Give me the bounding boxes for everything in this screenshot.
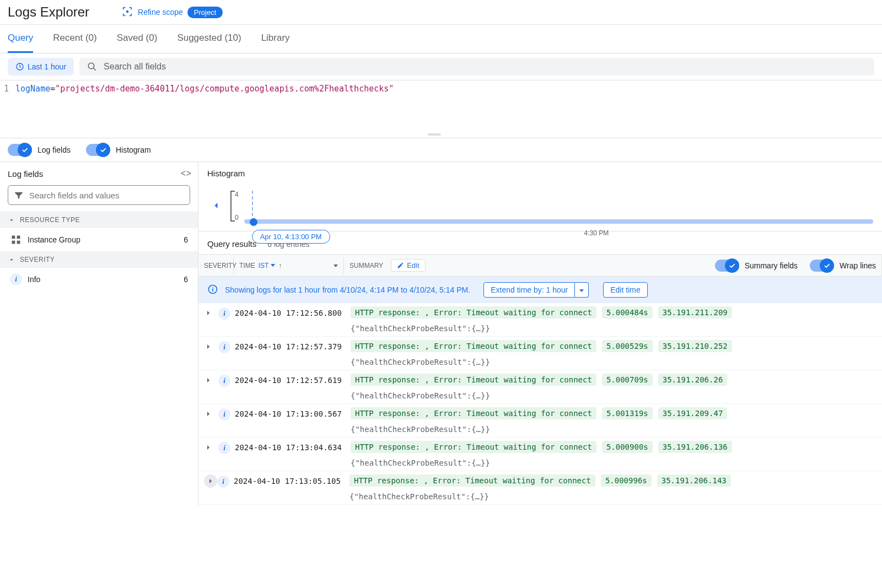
time-range-button[interactable]: Last 1 hour bbox=[8, 58, 74, 75]
field-info[interactable]: i Info 6 bbox=[0, 268, 198, 291]
chip-latency[interactable]: 5.000709s bbox=[602, 374, 653, 386]
extend-time-dropdown[interactable] bbox=[575, 282, 589, 298]
info-icon: i bbox=[217, 476, 229, 488]
expand-row-button[interactable] bbox=[204, 374, 218, 400]
query-editor[interactable]: 1 logName="projects/dm-demo-364011/logs/… bbox=[0, 80, 882, 138]
wrap-lines-toggle[interactable] bbox=[810, 260, 834, 272]
chip-ip[interactable]: 35.191.209.47 bbox=[658, 407, 728, 419]
query-results-title: Query results bbox=[207, 239, 256, 249]
histogram-label: Histogram bbox=[116, 145, 151, 154]
histogram-range-bar[interactable] bbox=[244, 219, 873, 224]
search-placeholder: Search all fields bbox=[104, 62, 166, 72]
chip-ip[interactable]: 35.191.210.252 bbox=[658, 340, 732, 352]
row-severity: i bbox=[218, 306, 235, 333]
row-timestamp: 2024-04-10 17:13:05.105 bbox=[234, 474, 349, 501]
log-row[interactable]: i 2024-04-10 17:13:00.567 HTTP response:… bbox=[198, 404, 882, 438]
histogram-time-bubble: Apr 10, 4:13:00 PM bbox=[252, 230, 330, 244]
histogram-handle[interactable] bbox=[250, 218, 257, 226]
edit-time-button[interactable]: Edit time bbox=[603, 282, 647, 298]
edit-summary-button[interactable]: Edit bbox=[391, 259, 425, 272]
view-toggles: Log fields Histogram bbox=[0, 138, 882, 162]
row-severity: i bbox=[217, 474, 234, 501]
sidebar-title: Log fields bbox=[8, 169, 43, 179]
expand-row-button[interactable] bbox=[204, 340, 218, 366]
resize-handle[interactable] bbox=[428, 133, 441, 136]
tab-suggested[interactable]: Suggested (10) bbox=[177, 25, 241, 53]
tab-library[interactable]: Library bbox=[261, 25, 290, 53]
field-count: 6 bbox=[184, 235, 188, 244]
chip-message[interactable]: HTTP response: , Error: Timeout waiting … bbox=[351, 441, 596, 453]
log-row[interactable]: i 2024-04-10 17:13:04.634 HTTP response:… bbox=[198, 438, 882, 471]
line-number: 1 bbox=[0, 84, 15, 94]
histogram-prev-button[interactable] bbox=[207, 197, 225, 216]
log-row[interactable]: i 2024-04-10 17:13:05.105 HTTP response:… bbox=[198, 471, 882, 505]
info-icon: i bbox=[218, 408, 230, 420]
chip-latency[interactable]: 5.000529s bbox=[602, 340, 653, 352]
query-text: logName="projects/dm-demo-364011/logs/co… bbox=[15, 84, 394, 94]
chip-message[interactable]: HTTP response: , Error: Timeout waiting … bbox=[351, 340, 596, 352]
chip-ip[interactable]: 35.191.211.209 bbox=[658, 306, 732, 319]
tabs: Query Recent (0) Saved (0) Suggested (10… bbox=[0, 25, 882, 53]
chip-ip[interactable]: 35.191.206.143 bbox=[657, 474, 731, 487]
page-title: Logs Explorer bbox=[8, 4, 89, 20]
chip-latency[interactable]: 5.000484s bbox=[602, 306, 653, 319]
search-all-fields[interactable]: Search all fields bbox=[79, 58, 874, 75]
chip-latency[interactable]: 5.001319s bbox=[602, 407, 653, 419]
extend-time-button[interactable]: Extend time by: 1 hour bbox=[483, 282, 575, 298]
row-summary: HTTP response: , Error: Timeout waiting … bbox=[349, 474, 876, 501]
log-row[interactable]: i 2024-04-10 17:12:56.800 HTTP response:… bbox=[198, 303, 882, 337]
instance-group-icon bbox=[10, 234, 22, 246]
chip-ip[interactable]: 35.191.206.26 bbox=[658, 374, 728, 386]
refine-scope-button[interactable]: Refine scope Project bbox=[121, 6, 223, 19]
field-count: 6 bbox=[184, 275, 188, 284]
field-instance-group[interactable]: Instance Group 6 bbox=[0, 228, 198, 251]
log-row[interactable]: i 2024-04-10 17:12:57.379 HTTP response:… bbox=[198, 337, 882, 370]
expand-row-button[interactable] bbox=[204, 407, 218, 434]
sidebar-search-input[interactable] bbox=[29, 191, 184, 200]
severity-section[interactable]: SEVERITY bbox=[0, 251, 198, 268]
chip-message[interactable]: HTTP response: , Error: Timeout waiting … bbox=[351, 306, 596, 319]
row-severity: i bbox=[218, 340, 235, 366]
resource-type-section[interactable]: RESOURCE TYPE bbox=[0, 212, 198, 228]
tab-recent[interactable]: Recent (0) bbox=[53, 25, 96, 53]
expand-row-button[interactable] bbox=[204, 306, 218, 333]
sort-ascending-button[interactable]: ↑ bbox=[278, 262, 282, 269]
histogram-toggle[interactable] bbox=[86, 144, 110, 156]
expand-row-button[interactable] bbox=[204, 474, 217, 488]
sidebar-collapse-button[interactable]: < > bbox=[181, 169, 190, 179]
chip-message[interactable]: HTTP response: , Error: Timeout waiting … bbox=[351, 374, 596, 386]
row-summary: HTTP response: , Error: Timeout waiting … bbox=[351, 306, 876, 333]
row-summary: HTTP response: , Error: Timeout waiting … bbox=[351, 340, 876, 366]
tab-saved[interactable]: Saved (0) bbox=[117, 25, 158, 53]
histogram-marker bbox=[252, 191, 253, 222]
log-row[interactable]: i 2024-04-10 17:12:57.619 HTTP response:… bbox=[198, 370, 882, 404]
svg-rect-5 bbox=[12, 241, 15, 244]
th-summary: SUMMARY Edit Summary fields bbox=[344, 255, 882, 276]
chip-ip[interactable]: 35.191.206.136 bbox=[658, 441, 732, 453]
query-bar: Last 1 hour Search all fields bbox=[0, 53, 882, 80]
project-badge: Project bbox=[187, 7, 223, 18]
sidebar-search[interactable] bbox=[8, 185, 190, 205]
chip-latency[interactable]: 5.000900s bbox=[602, 441, 653, 453]
time-options-dropdown[interactable] bbox=[334, 262, 338, 269]
timezone-dropdown[interactable]: IST bbox=[259, 262, 276, 269]
expand-row-button[interactable] bbox=[204, 441, 218, 467]
refine-scope-label: Refine scope bbox=[138, 8, 183, 17]
row-summary: HTTP response: , Error: Timeout waiting … bbox=[351, 374, 876, 400]
row-summary: HTTP response: , Error: Timeout waiting … bbox=[351, 407, 876, 434]
histogram-track[interactable]: Apr 10, 4:13:00 PM 4:30 PM bbox=[244, 191, 873, 222]
chip-message[interactable]: HTTP response: , Error: Timeout waiting … bbox=[351, 407, 596, 419]
chip-latency[interactable]: 5.000996s bbox=[601, 474, 652, 487]
svg-rect-3 bbox=[12, 236, 15, 239]
th-severity: SEVERITY bbox=[198, 257, 234, 274]
json-preview: {"healthCheckProbeResult":{…}} bbox=[351, 389, 876, 400]
log-fields-toggle[interactable] bbox=[8, 144, 32, 156]
histogram-section: Histogram 4 0 Apr 10, 4:13:00 PM 4:30 PM bbox=[198, 162, 882, 231]
time-range-label: Last 1 hour bbox=[28, 62, 66, 71]
summary-fields-toggle[interactable] bbox=[715, 260, 739, 272]
tab-query[interactable]: Query bbox=[8, 25, 33, 53]
histogram-title: Histogram bbox=[207, 169, 873, 178]
chip-message[interactable]: HTTP response: , Error: Timeout waiting … bbox=[349, 474, 595, 487]
json-preview: {"healthCheckProbeResult":{…}} bbox=[349, 490, 876, 501]
info-icon: i bbox=[218, 341, 230, 353]
